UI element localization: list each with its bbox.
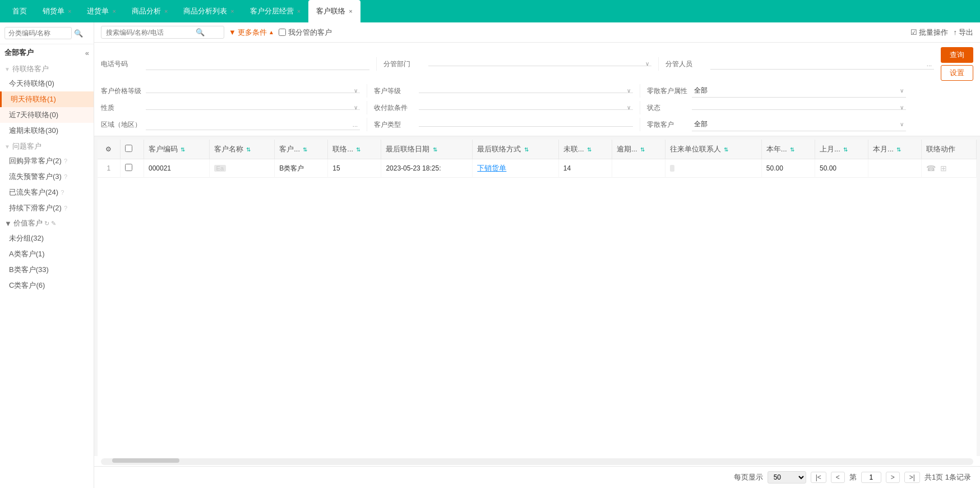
last-page-btn[interactable]: >| (904, 472, 920, 483)
page-size-select[interactable]: 50 100 200 (768, 471, 806, 484)
nav-analysis-list-close[interactable]: × (230, 8, 234, 15)
sort-icon-unit[interactable]: ⇅ (724, 146, 728, 153)
sort-icon-type[interactable]: ⇅ (303, 146, 307, 153)
sidebar-item-churn-warning[interactable]: 流失预警客户(3) ? (0, 169, 94, 185)
nav-purchase[interactable]: 进货单 × (79, 0, 123, 22)
nav-analysis-list[interactable]: 商品分析列表 × (175, 0, 242, 22)
filter-payment-select[interactable]: ∨ (419, 106, 633, 110)
nav-analysis-close[interactable]: × (164, 8, 168, 15)
last-method-link[interactable]: 下销货单 (477, 164, 506, 172)
edit-icon[interactable]: ✎ (51, 220, 56, 227)
sort-icon-tmonth[interactable]: ⇅ (896, 146, 901, 153)
sort-icon-lmonth[interactable]: ⇅ (843, 146, 848, 153)
col-unit-contact[interactable]: 往来单位联系人 ⇅ (665, 140, 762, 159)
filter-customer-level-select[interactable]: ∨ (419, 89, 633, 93)
nav-purchase-close[interactable]: × (112, 8, 115, 15)
sidebar-item-7day-pending[interactable]: 近7天待联络(0) (0, 107, 94, 123)
sidebar-item-class-c[interactable]: C类客户(6) (0, 278, 94, 293)
sort-icon-method[interactable]: ⇅ (524, 146, 529, 153)
sidebar-item-churned[interactable]: 已流失客户(24) ? (0, 185, 94, 200)
col-uncontacted[interactable]: 未联... ⇅ (558, 140, 612, 159)
sort-icon-name[interactable]: ⇅ (246, 146, 251, 153)
col-last-date[interactable]: 最后联络日期 ⇅ (381, 140, 473, 159)
select-all-checkbox[interactable] (125, 145, 132, 152)
my-customer-checkbox[interactable] (279, 29, 286, 36)
all-customers-header[interactable]: 全部客户 « (0, 44, 94, 61)
col-contact-count[interactable]: 联络... ⇅ (328, 140, 381, 159)
page-number-input[interactable] (861, 472, 881, 483)
nav-sales-close[interactable]: × (68, 8, 71, 15)
batch-operation-btn[interactable]: ☑ 批量操作 (910, 27, 948, 38)
col-checkbox[interactable] (120, 140, 144, 159)
toolbar-search-icon[interactable]: 🔍 (196, 28, 205, 36)
row-last-method[interactable]: 下销货单 (473, 159, 558, 178)
filter-area-select[interactable]: ... (146, 119, 360, 130)
col-overdue[interactable]: 逾期... ⇅ (612, 140, 665, 159)
toolbar-search-input[interactable] (106, 29, 196, 36)
export-btn[interactable]: ↑ 导出 (954, 27, 974, 38)
scroll-thumb[interactable] (112, 458, 179, 463)
sidebar-item-tomorrow-pending[interactable]: 明天待联络(1) (0, 91, 94, 107)
row-checkbox[interactable] (120, 159, 144, 178)
sidebar-item-class-b[interactable]: B类客户(33) (0, 262, 94, 278)
col-last-method[interactable]: 最后联络方式 ⇅ (473, 140, 558, 159)
refresh-icon[interactable]: ↻ (44, 220, 49, 227)
filter-more-btn[interactable]: ▼ 更多条件 ▲ (229, 27, 274, 38)
filter-retail-attr-select[interactable]: 全部 ∨ (692, 84, 906, 98)
sidebar-search-input[interactable] (4, 27, 72, 39)
sort-icon-overdue[interactable]: ⇅ (640, 146, 645, 153)
filter-status-select[interactable]: ∨ (692, 106, 906, 110)
query-btn[interactable]: 查询 (941, 47, 973, 63)
sidebar-item-overdue-pending[interactable]: 逾期未联络(30) (0, 123, 94, 139)
action-phone-icon[interactable]: ☎ (926, 164, 936, 173)
sidebar-search-icon[interactable]: 🔍 (74, 29, 83, 38)
col-this-month[interactable]: 本月... ⇅ (868, 140, 922, 159)
filter-price-level-select[interactable]: ∨ (146, 89, 360, 93)
sidebar-item-declining[interactable]: 持续下滑客户(2) ? (0, 200, 94, 216)
collapse-icon[interactable]: « (85, 49, 89, 57)
next-page-btn[interactable]: > (886, 472, 900, 483)
nav-customer-segment-close[interactable]: × (297, 8, 301, 15)
filter-person-select[interactable]: ... (710, 59, 934, 70)
sort-icon-year[interactable]: ⇅ (790, 146, 794, 153)
my-customer-checkbox-area[interactable]: 我分管的客户 (279, 27, 332, 38)
col-name[interactable]: 客户名称 ⇅ (209, 140, 275, 159)
nav-analysis[interactable]: 商品分析 × (124, 0, 175, 22)
filter-phone-input[interactable] (146, 58, 369, 70)
sort-icon-uncontacted[interactable]: ⇅ (587, 146, 591, 153)
prev-page-btn[interactable]: < (831, 472, 845, 483)
filter-row-4: 区域（地区） ... 客户类型 零散客户 全部 ∨ (101, 118, 973, 131)
col-type[interactable]: 客户... ⇅ (275, 140, 328, 159)
col-code[interactable]: 客户编码 ⇅ (144, 140, 209, 159)
person-dots-icon[interactable]: ... (927, 61, 932, 67)
filter-nature-select[interactable]: ∨ (146, 106, 360, 110)
help-icon-0[interactable]: ? (64, 158, 67, 164)
settings-btn[interactable]: 设置 (941, 65, 973, 81)
sort-icon-contact[interactable]: ⇅ (356, 146, 360, 153)
help-icon-1[interactable]: ? (64, 173, 67, 180)
filter-dept-select[interactable]: ∨ (428, 62, 652, 66)
help-icon-2[interactable]: ? (61, 189, 64, 196)
nav-sales[interactable]: 销货单 × (35, 0, 79, 22)
area-dots-icon[interactable]: ... (353, 121, 358, 128)
col-gear[interactable]: ⚙ (98, 140, 120, 159)
nav-customer-contact-close[interactable]: × (349, 8, 352, 15)
col-last-month[interactable]: 上月... ⇅ (815, 140, 868, 159)
sidebar-item-class-a[interactable]: A类客户(1) (0, 246, 94, 262)
first-page-btn[interactable]: |< (811, 472, 826, 483)
sort-icon-code[interactable]: ⇅ (181, 146, 185, 153)
col-this-year[interactable]: 本年... ⇅ (761, 140, 815, 159)
nav-home[interactable]: 首页 (4, 0, 35, 22)
action-grid-icon[interactable]: ⊞ (940, 164, 947, 173)
filter-customer-type-select[interactable] (419, 123, 633, 127)
sidebar-item-today-pending[interactable]: 今天待联络(0) (0, 76, 94, 91)
help-icon-3[interactable]: ? (64, 205, 67, 211)
sidebar-item-repurchase-anomaly[interactable]: 回购异常客户(2) ? (0, 153, 94, 169)
row-select-checkbox[interactable] (125, 164, 132, 171)
nav-customer-segment[interactable]: 客户分层经营 × (242, 0, 308, 22)
filter-retail-customer-select[interactable]: 全部 ∨ (692, 118, 906, 131)
nav-customer-contact[interactable]: 客户联络 × (308, 0, 360, 22)
sidebar-item-ungrouped[interactable]: 未分组(32) (0, 231, 94, 246)
scroll-bar[interactable] (101, 458, 973, 465)
sort-icon-date[interactable]: ⇅ (433, 146, 437, 153)
